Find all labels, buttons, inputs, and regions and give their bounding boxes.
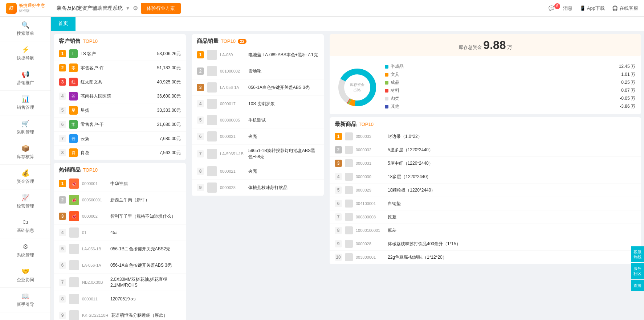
cs-hotline-btn[interactable]: 客服热线 xyxy=(631,246,644,263)
inventory-total: 库存总资金 9.88 万 xyxy=(330,34,641,56)
product-image xyxy=(207,131,217,141)
legend-item: 材料 0.07 万 xyxy=(385,87,635,94)
list-item: 2 0000032 5厘多层（1220*2440） xyxy=(330,143,641,157)
rank-num: 1 xyxy=(197,51,204,58)
legend-dot xyxy=(385,65,388,69)
cs-live-btn[interactable]: 直播 xyxy=(631,280,644,291)
logo-area: 好 畅捷通好生意 标准版 xyxy=(6,3,57,14)
hot-products-title-text: 热销商品 xyxy=(59,167,81,173)
online-service-action[interactable]: 🎧 在线客服 xyxy=(612,5,638,12)
list-item: 1 LA-089 电池盖 LA-089 ABS本色+黑种 7.1克 xyxy=(192,47,324,63)
legend-name: 肉类 xyxy=(391,95,617,102)
phone-icon: 📱 xyxy=(580,5,586,11)
customer-value: 33,333.00元 xyxy=(157,107,181,114)
sidebar-item-system[interactable]: ⚙ 系统管理 xyxy=(0,238,50,263)
table-row: 4 苍 苍南县人民医院 36,600.00元 xyxy=(54,89,186,103)
list-item: 2 001000002 雪地靴 xyxy=(192,63,324,79)
sidebar-item-quicknav[interactable]: ⚡ 快捷导航 xyxy=(0,41,50,66)
rank-num: 7 xyxy=(59,279,66,286)
new-products-title: 最新商品 TOP10 xyxy=(330,117,641,130)
rank-num: 8 xyxy=(197,168,204,175)
customer-avatar: L xyxy=(69,49,78,58)
product-code: 001000002 xyxy=(220,69,245,73)
guide-icon: 📖 xyxy=(21,292,29,300)
product-name: 中华神腊 xyxy=(110,181,181,187)
legend-value: 1.01 万 xyxy=(621,71,635,78)
product-name: 花语萌恒温分腿睡袋（厚款） xyxy=(111,312,181,319)
sidebar-item-basics[interactable]: 🗂 基础信息 xyxy=(0,214,50,238)
rank-num: 3 xyxy=(59,213,66,220)
sidebar-item-marketing[interactable]: 📢 营销推广 xyxy=(0,66,50,91)
new-products-title-text: 最新商品 xyxy=(335,121,356,128)
product-code: NB2.0X30B xyxy=(82,280,107,284)
app-download-action[interactable]: 📱 App下载 xyxy=(580,5,605,12)
product-image xyxy=(345,226,353,234)
rank-num: 9 xyxy=(59,312,66,319)
rank-num: 3 xyxy=(197,84,204,91)
sidebar-item-purchase[interactable]: 🛒 采购管理 xyxy=(0,115,50,140)
legend-value: 0.25 万 xyxy=(621,79,635,86)
list-item: 6 0000021 夹壳 xyxy=(192,128,324,145)
legend-value: -0.05 万 xyxy=(620,95,635,102)
tab-home[interactable]: 首页 xyxy=(51,17,76,31)
customer-value: 40,925.00元 xyxy=(157,79,181,85)
product-image xyxy=(69,310,79,320)
rank-num: 6 xyxy=(335,200,342,207)
table-row: 7 云 云扬 7,680.00元 xyxy=(54,132,186,146)
rank-num: 9 xyxy=(197,184,204,191)
rank-num: 5 xyxy=(335,186,342,194)
product-image xyxy=(345,213,353,221)
sold-products-badge: 22 xyxy=(238,39,246,44)
product-code: 0000033 xyxy=(356,134,385,139)
customer-name: 红太阳文具 xyxy=(81,79,154,85)
finance-icon: 💰 xyxy=(21,169,29,177)
product-image xyxy=(207,66,217,76)
sidebar-label-basics: 基础信息 xyxy=(17,227,34,234)
sidebar-item-sales[interactable]: 📊 销售管理 xyxy=(0,91,50,115)
product-image xyxy=(345,159,353,167)
new-products-card: 最新商品 TOP10 1 0000033 封边带（1.0*22） 2 00000… xyxy=(330,117,641,264)
sidebar-item-finance[interactable]: 💰 资金管理 xyxy=(0,165,50,189)
legend-dot xyxy=(385,105,388,108)
sidebar-item-search[interactable]: 🔍 搜索菜单 xyxy=(0,17,50,41)
rank-num: 8 xyxy=(335,227,342,234)
sidebar-item-inventory[interactable]: 📦 库存核算 xyxy=(0,140,50,165)
sidebar-item-guide[interactable]: 📖 新手引导 xyxy=(0,288,50,312)
message-action[interactable]: 💬 6 消息 xyxy=(549,5,572,12)
product-code: 01 xyxy=(82,230,107,235)
sidebar-item-enterprise[interactable]: 🤝 企业协同 xyxy=(0,263,50,288)
product-code: 0000031 xyxy=(356,161,385,165)
list-item: 8 0000021 夹壳 xyxy=(192,163,324,180)
trial-button[interactable]: 体验行业方案 xyxy=(141,3,181,14)
legend-dot xyxy=(385,97,388,100)
rank-num: 1 xyxy=(335,133,342,140)
customer-avatar: 零 xyxy=(69,63,78,72)
cs-community-btn[interactable]: 服务社区 xyxy=(631,263,644,279)
list-item: 4 0000030 18多层（1220*2440） xyxy=(330,170,641,184)
list-item: 1 🥩 0000001 中华神腊 xyxy=(54,176,186,192)
customer-value: 53,006.26元 xyxy=(157,51,181,57)
product-image xyxy=(345,200,353,208)
rank-num: 7 xyxy=(197,150,204,157)
inventory-total-value: 9.88 xyxy=(483,38,506,52)
cs-panel: 客服热线 服务社区 直播 xyxy=(631,246,644,291)
legend-item: 肉类 -0.05 万 xyxy=(385,95,635,102)
product-name: 5厘中纤（1220*2440） xyxy=(388,160,636,167)
enterprise-icon: 🤝 xyxy=(21,267,29,275)
list-item: 6 LA-056-1A 056-1A白色按键开关盖ABS 3壳 xyxy=(54,257,186,274)
gear-icon[interactable]: ⚙ xyxy=(133,5,138,12)
inventory-total-unit: 万 xyxy=(507,44,512,50)
inventory-card: 库存总资金 9.88 万 xyxy=(330,34,641,114)
product-code: 0000001 xyxy=(82,181,107,186)
system-title-arrow[interactable]: ▼ xyxy=(126,6,130,11)
inventory-chart-area: 库存资金占比 半成品 12.45 万 文具 1.01 万 xyxy=(330,61,641,114)
sidebar-item-operations[interactable]: 📈 经营管理 xyxy=(0,189,50,214)
rank-num-7: 7 xyxy=(59,135,66,142)
inventory-total-label: 库存总资金 xyxy=(458,45,482,50)
list-item: 9 0000028 体械荔枝味苏打饮品 xyxy=(192,180,324,196)
customer-value: 7,563.00元 xyxy=(159,150,181,156)
legend-name: 半成品 xyxy=(391,63,617,70)
legend-item: 成品 0.25 万 xyxy=(385,79,635,86)
hot-products-list: 1 🥩 0000001 中华神腊 2 🥩 000500001 新西兰牛肉（新牛）… xyxy=(54,176,186,320)
product-image: 🥩 xyxy=(69,179,79,189)
